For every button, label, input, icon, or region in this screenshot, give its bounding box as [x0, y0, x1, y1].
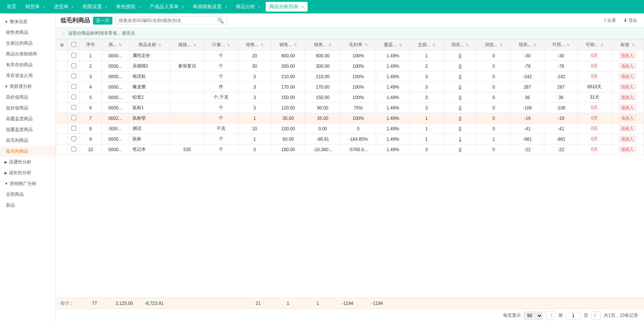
row-views1-5[interactable]: 0 — [443, 103, 477, 113]
col-sales-price[interactable]: 销售... ⇅ — [271, 39, 305, 51]
nav-home[interactable]: 首页 — [3, 2, 20, 12]
col-settings[interactable]: ⚙ — [56, 39, 68, 51]
select-all-checkbox[interactable] — [71, 42, 76, 47]
settings-icon[interactable]: ⚙ — [60, 42, 64, 48]
row-check-6[interactable] — [68, 113, 80, 124]
nav-product-analysis-list[interactable]: 商品分析列表 × — [266, 2, 307, 12]
row-views1-7[interactable]: 0 — [443, 124, 477, 134]
col-spec[interactable]: 规格... ⇅ — [170, 39, 204, 51]
row-checkbox-9[interactable] — [71, 147, 76, 152]
row-name-2: 电话机 — [129, 71, 170, 82]
search-icon[interactable]: 🔍 — [217, 17, 224, 23]
prev-page-button[interactable]: 〈 — [546, 311, 555, 320]
export-button[interactable]: ⬇ 导出 — [621, 17, 640, 25]
sidebar-group-cluster[interactable]: ▼ 类群度分析 — [0, 81, 55, 92]
row-check-5[interactable] — [68, 103, 80, 113]
row-views1-9[interactable]: 0 — [443, 144, 477, 155]
col-gross-rate[interactable]: 毛利率 ⇅ — [340, 39, 376, 51]
row-views1-4[interactable]: 0 — [443, 92, 477, 103]
row-check-9[interactable] — [68, 144, 80, 155]
row-views1-2[interactable]: 0 — [443, 71, 477, 82]
row-views1-3[interactable]: 0 — [443, 82, 477, 92]
col-code[interactable]: 商... ⇅ — [101, 39, 129, 51]
col-coverage[interactable]: 覆盖... ⇅ — [376, 39, 410, 51]
sidebar-item-capital-usage[interactable]: 库存资金占用 — [0, 70, 55, 81]
close-sales-order-icon[interactable]: × — [43, 4, 45, 9]
close-product-entry-icon[interactable]: × — [182, 4, 184, 9]
nav-permissions[interactable]: 权限设置 × — [79, 2, 111, 12]
col-unit[interactable]: 计量... ⇅ — [204, 39, 238, 51]
row-settings-8 — [56, 134, 68, 144]
row-checkbox-5[interactable] — [71, 105, 76, 110]
sidebar-group-marketing[interactable]: ▼ 营销推广分析 — [0, 178, 55, 189]
nav-product-analysis[interactable]: 商品分析 × — [232, 2, 264, 12]
sidebar-item-high-coverage[interactable]: 高覆盖度商品 — [0, 114, 55, 124]
row-check-0[interactable] — [68, 51, 80, 61]
sidebar-item-low-value[interactable]: 低价值商品 — [0, 103, 55, 114]
sidebar-item-low-margin[interactable]: 低毛利商品 — [0, 146, 55, 157]
nav-product-entry[interactable]: 产成品入库单 × — [146, 2, 188, 12]
next-page-button[interactable]: 〉 — [591, 311, 601, 320]
row-checkbox-1[interactable] — [71, 63, 76, 68]
row-checkbox-7[interactable] — [71, 126, 76, 131]
nav-template-settings[interactable]: 单据模板设置 × — [189, 2, 231, 12]
sidebar-group-overall[interactable]: ▼ 整体信息 — [0, 16, 55, 27]
col-current-stock[interactable]: 现有... ⇅ — [510, 39, 544, 51]
col-sales-amount[interactable]: 销售... ⇅ — [305, 39, 340, 51]
close-purchase-order-icon[interactable]: × — [71, 4, 74, 9]
col-available[interactable]: 可用... ⇅ — [544, 39, 578, 51]
col-views1[interactable]: 浏览... ⇅ — [443, 39, 477, 51]
row-unit-5: 个 — [204, 103, 238, 113]
search-input[interactable] — [119, 18, 217, 23]
sidebar-item-all-products[interactable]: 全部商品 — [0, 189, 55, 200]
share-button[interactable]: ⤴ 分享 — [602, 17, 618, 25]
row-views1-6[interactable]: 0 — [443, 113, 477, 124]
row-views1-1[interactable]: 0 — [443, 61, 477, 71]
close-permissions-icon[interactable]: × — [105, 4, 107, 9]
col-tag[interactable]: 标签 ⇅ — [611, 39, 644, 51]
nav-sales-order[interactable]: 销货单 × — [22, 2, 49, 12]
sidebar-item-high-margin[interactable]: 高毛利商品 — [0, 135, 55, 146]
row-gross-rate-4: 100% — [340, 92, 376, 103]
time-tag-button[interactable]: 近一月 — [93, 17, 112, 25]
page-number-input[interactable] — [566, 312, 581, 319]
row-views1-8[interactable]: 1 — [443, 134, 477, 144]
sidebar-item-traded-products[interactable]: 交易过的商品 — [0, 38, 55, 49]
row-checkbox-2[interactable] — [71, 74, 76, 79]
per-page-select[interactable]: 50 20 100 — [524, 312, 543, 320]
footer-cells: 77 2,125.00 -8,723.91 21 1 1 -1194 -1194 — [80, 301, 392, 306]
row-checkbox-4[interactable] — [71, 95, 76, 99]
row-checkbox-8[interactable] — [71, 136, 76, 141]
row-check-2[interactable] — [68, 71, 80, 82]
row-check-7[interactable] — [68, 124, 80, 134]
close-product-analysis-icon[interactable]: × — [258, 4, 260, 9]
row-checkbox-6[interactable] — [71, 115, 76, 120]
col-name[interactable]: 商品名称 ⇅ — [129, 39, 170, 51]
row-views2-1: 0 — [477, 61, 510, 71]
close-product-analysis-list-icon[interactable]: × — [301, 4, 304, 9]
row-check-8[interactable] — [68, 134, 80, 144]
col-sellable[interactable]: 可销... ⇅ — [578, 39, 611, 51]
row-settings-9 — [56, 144, 68, 155]
sidebar-item-sales-products[interactable]: 销售类商品 — [0, 27, 55, 38]
row-views1-0[interactable]: 0 — [443, 51, 477, 61]
row-check-4[interactable] — [68, 92, 80, 103]
sidebar-item-low-coverage[interactable]: 低覆盖度商品 — [0, 124, 55, 135]
row-checkbox-0[interactable] — [71, 53, 76, 58]
nav-purchase-order[interactable]: 进货单 × — [50, 2, 77, 12]
close-role-auth-icon[interactable]: × — [138, 4, 141, 9]
col-transactions[interactable]: 交易... ⇅ — [410, 39, 443, 51]
col-sales-qty[interactable]: 销售... ⇅ — [238, 39, 271, 51]
sidebar-item-new-products[interactable]: 新品 — [0, 200, 55, 211]
nav-role-auth[interactable]: 角色授权 × — [112, 2, 144, 12]
sidebar-item-high-value[interactable]: 高价值商品 — [0, 92, 55, 103]
sidebar-group-liquidity[interactable]: ▶ 流通性分析 — [0, 157, 55, 168]
sidebar-item-category-rate[interactable]: 商品分类助销率 — [0, 49, 55, 60]
close-template-settings-icon[interactable]: × — [225, 4, 227, 9]
row-checkbox-3[interactable] — [71, 84, 76, 89]
sidebar-item-in-stock[interactable]: 有库存的商品 — [0, 60, 55, 70]
row-check-1[interactable] — [68, 61, 80, 71]
col-views2[interactable]: 浏览... ⇅ — [477, 39, 510, 51]
row-check-3[interactable] — [68, 82, 80, 92]
sidebar-group-growth[interactable]: ▶ 成长性分析 — [0, 168, 55, 178]
